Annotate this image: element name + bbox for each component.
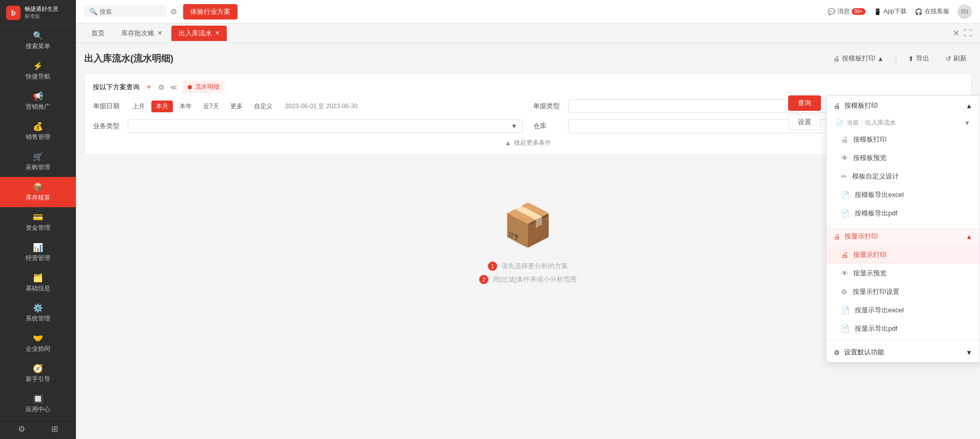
query-button[interactable]: 查询	[788, 95, 821, 111]
dp-item-按模板导出excel[interactable]: 📄按模板导出excel	[827, 186, 979, 204]
collapse-sidebar-icon[interactable]: ⊞	[51, 424, 58, 434]
warehouse-label: 仓库	[533, 122, 564, 131]
tabs-bar: 首页 库存批次账 ✕ 出入库流水 ✕ ✕ ⛶	[76, 24, 980, 43]
tab-flow-close[interactable]: ✕	[215, 30, 220, 36]
nav-icon-app_center: 🔲	[33, 394, 43, 404]
nav-icon-operation: 📊	[33, 243, 43, 252]
settings-query-button[interactable]: 设置	[788, 114, 821, 130]
dp-item-按模板导出pdf[interactable]: 📄按模板导出pdf	[827, 204, 979, 223]
dp-display-item-icon: ⚙	[841, 288, 848, 296]
nav-label-inventory: 库存核算	[26, 193, 50, 202]
headset-icon: 🎧	[915, 8, 923, 15]
expand-window-icon[interactable]: ⛶	[964, 29, 972, 38]
tab-flow[interactable]: 出入库流水 ✕	[171, 26, 227, 41]
dp-item-icon: 👁	[841, 154, 848, 162]
dp-display-item-按显示预览[interactable]: 👁按显示预览	[827, 264, 979, 283]
sidebar-item-sales[interactable]: 💰销售管理	[0, 116, 76, 147]
sidebar-logo: b 畅捷通好生意 标准版	[0, 0, 76, 26]
date-btn-本年[interactable]: 本年	[175, 101, 197, 112]
nav-label-search: 搜索菜单	[26, 42, 50, 51]
nav-icon-basic: 🗂️	[33, 273, 43, 283]
sidebar-item-inventory[interactable]: 📦库存核算	[0, 177, 76, 207]
filter-gear-icon[interactable]: ⚙	[158, 83, 165, 91]
sidebar-item-app_center[interactable]: 🔲应用中心	[0, 389, 76, 418]
sidebar-item-system[interactable]: ⚙️系统管理	[0, 298, 76, 328]
sidebar-item-corp[interactable]: 🤝企业协同	[0, 328, 76, 358]
sidebar-item-operation[interactable]: 📊经营管理	[0, 237, 76, 268]
date-btn-上月[interactable]: 上月	[128, 101, 149, 112]
chevron-up-small-icon: ▲	[505, 139, 511, 147]
sidebar-item-finance[interactable]: 💳资金管理	[0, 207, 76, 237]
close-window-icon[interactable]: ✕	[953, 28, 959, 38]
dp-display-item-按显示导出excel[interactable]: 📄按显示导出excel	[827, 301, 979, 320]
tab-batch-label: 库存批次账	[121, 29, 154, 38]
nav-label-guide: 新手引导	[26, 375, 50, 384]
sidebar-bottom: ⚙ ⊞	[0, 418, 76, 439]
page-actions: 🖨 按模板打印 ▲ | ⬆ 导出 ↺ 刷新	[828, 51, 972, 66]
sidebar-item-basic[interactable]: 🗂️基础信息	[0, 268, 76, 298]
topbar-search-box[interactable]: 🔍	[84, 6, 166, 17]
dp-printer-icon: 🖨	[834, 102, 840, 110]
topbar-gear-icon[interactable]: ⚙	[170, 7, 177, 16]
step-1-num: 1	[488, 262, 497, 271]
empty-step-1: 1 请先选择要分析的方案	[488, 262, 568, 271]
dp-current-icon: 📄	[836, 119, 844, 127]
print-template-button[interactable]: 🖨 按模板打印 ▲	[828, 51, 889, 66]
online-service-button[interactable]: 🎧 在线客服	[915, 7, 949, 16]
dp-display-item-按显示导出pdf[interactable]: 📄按显示导出pdf	[827, 320, 979, 338]
dp-display-item-icon: 📄	[841, 325, 850, 333]
dp-divider-2	[827, 340, 979, 341]
date-filter-group: 单据日期 上月本月本年近7天更多自定义 2023-06-01 至 2023-06…	[93, 101, 523, 112]
biz-type-select[interactable]: ▼	[128, 119, 523, 133]
dp-template-print-header[interactable]: 🖨 按模板打印 ▲	[827, 96, 979, 115]
date-btn-更多[interactable]: 更多	[226, 101, 247, 112]
trial-button[interactable]: 体验行业方案	[183, 4, 238, 19]
filter-add-button[interactable]: ＋	[145, 82, 153, 92]
nav-label-purchase: 采购管理	[26, 163, 50, 172]
sidebar-item-search[interactable]: 🔍搜索菜单	[0, 26, 76, 56]
sidebar-item-marketing[interactable]: 📢营销推广	[0, 86, 76, 116]
filter-collapse-icon[interactable]: ≪	[170, 83, 178, 91]
dp-display-print-header[interactable]: 🖨 按显示打印 ▲	[827, 227, 979, 246]
refresh-button[interactable]: ↺ 刷新	[940, 51, 972, 66]
dp-section2-items: 🖨按显示打印👁按显示预览⚙按显示打印设置📄按显示导出excel📄按显示导出pdf	[827, 246, 979, 338]
search-input[interactable]	[100, 8, 161, 15]
dp-item-按模板打印[interactable]: 🖨按模板打印	[827, 130, 979, 149]
dp-item-模板自定义设计[interactable]: ✏模板自定义设计	[827, 167, 979, 186]
sidebar-item-guide[interactable]: 🧭新手引导	[0, 358, 76, 389]
sidebar-item-shortcut[interactable]: ⚡快捷导航	[0, 56, 76, 86]
nav-icon-marketing: 📢	[33, 91, 43, 101]
topbar: 🔍 ⚙ 体验行业方案 💬 消息 99+ 📱 App下载 🎧 在线客服 Rit	[76, 0, 980, 24]
nav-label-basic: 基础信息	[26, 284, 50, 293]
biz-type-label: 业务类型	[93, 122, 124, 131]
dp-settings-header[interactable]: ⚙ 设置默认功能 ▼	[827, 343, 979, 362]
filter-tag[interactable]: 流水明细	[183, 81, 225, 93]
user-avatar[interactable]: Rit	[957, 5, 972, 19]
date-btn-自定义[interactable]: 自定义	[249, 101, 277, 112]
filter-header-label: 按以下方案查询	[93, 83, 140, 92]
date-btn-近7天[interactable]: 近7天	[199, 101, 224, 112]
printer-icon: 🖨	[833, 55, 840, 63]
date-shortcuts: 上月本月本年近7天更多自定义	[128, 101, 277, 112]
settings-icon[interactable]: ⚙	[18, 424, 25, 434]
message-icon: 💬	[828, 8, 835, 15]
nav-icon-inventory: 📦	[33, 182, 43, 192]
dp-display-item-按显示打印[interactable]: 🖨按显示打印	[827, 246, 979, 264]
date-btn-本月[interactable]: 本月	[151, 101, 173, 112]
tab-batch-close[interactable]: ✕	[158, 30, 162, 36]
dp-display-item-icon: 👁	[841, 269, 848, 277]
nav-label-app_center: 应用中心	[26, 405, 50, 414]
tab-batch[interactable]: 库存批次账 ✕	[114, 26, 169, 41]
nav-label-corp: 企业协同	[26, 345, 50, 353]
message-button[interactable]: 💬 消息 99+	[828, 7, 866, 16]
nav-label-system: 系统管理	[26, 314, 50, 323]
tab-home[interactable]: 首页	[84, 26, 112, 41]
main-area: 🔍 ⚙ 体验行业方案 💬 消息 99+ 📱 App下载 🎧 在线客服 Rit	[76, 0, 980, 439]
dp-display-item-按显示打印设置[interactable]: ⚙按显示打印设置	[827, 283, 979, 301]
dp-display-item-icon: 🖨	[841, 251, 848, 259]
nav-label-finance: 资金管理	[26, 224, 50, 232]
export-button[interactable]: ⬆ 导出	[903, 51, 934, 66]
dp-item-按模板预览[interactable]: 👁按模板预览	[827, 149, 979, 167]
sidebar-item-purchase[interactable]: 🛒采购管理	[0, 147, 76, 177]
app-download-button[interactable]: 📱 App下载	[874, 7, 907, 16]
